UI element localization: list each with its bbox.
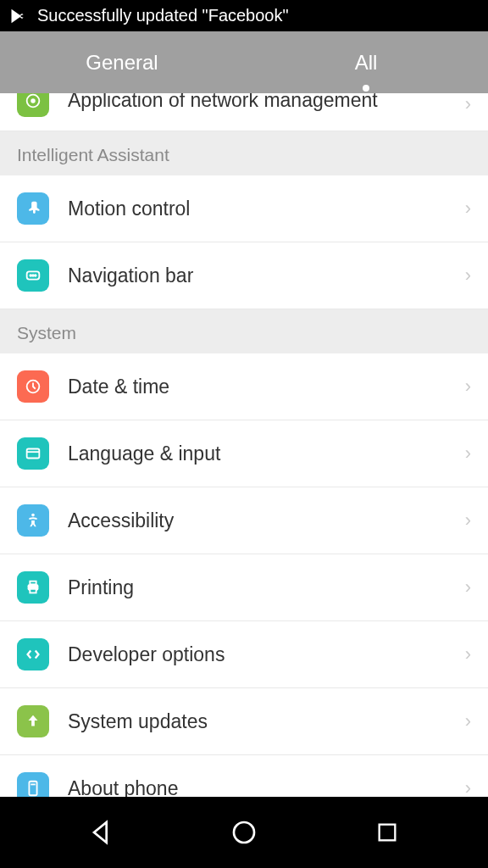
language-icon bbox=[17, 437, 49, 470]
svg-point-3 bbox=[30, 275, 31, 276]
chevron-right-icon: › bbox=[465, 376, 471, 398]
section-intelligent: Intelligent Assistant bbox=[0, 131, 488, 175]
chevron-right-icon: › bbox=[465, 777, 471, 797]
item-label: Navigation bar bbox=[68, 264, 465, 287]
tab-indicator bbox=[363, 85, 369, 92]
item-label: Language & input bbox=[68, 442, 465, 465]
svg-point-4 bbox=[32, 275, 34, 276]
chevron-right-icon: › bbox=[465, 198, 471, 220]
recent-button[interactable] bbox=[371, 816, 403, 849]
svg-rect-13 bbox=[29, 782, 36, 796]
home-button[interactable] bbox=[228, 816, 260, 849]
svg-rect-7 bbox=[27, 449, 40, 459]
tab-all[interactable]: All bbox=[244, 31, 488, 93]
item-label: Accessibility bbox=[68, 509, 465, 532]
item-label: Date & time bbox=[68, 376, 465, 398]
svg-rect-12 bbox=[30, 589, 36, 593]
chevron-right-icon: › bbox=[465, 264, 471, 287]
item-about-phone[interactable]: About phone › bbox=[0, 755, 488, 797]
chevron-right-icon: › bbox=[465, 710, 471, 732]
item-date-time[interactable]: Date & time › bbox=[0, 353, 488, 420]
item-motion-control[interactable]: Motion control › bbox=[0, 175, 488, 242]
svg-rect-11 bbox=[30, 581, 36, 585]
phone-icon bbox=[17, 772, 49, 797]
status-bar: Successfully updated "Facebook" bbox=[0, 0, 488, 31]
item-system-updates[interactable]: System updates › bbox=[0, 688, 488, 755]
item-accessibility[interactable]: Accessibility › bbox=[0, 487, 488, 554]
tabs-container: General All bbox=[0, 31, 488, 93]
clock-icon bbox=[17, 370, 49, 403]
item-app-network[interactable]: Application of network management › bbox=[0, 93, 488, 131]
chevron-right-icon: › bbox=[465, 509, 471, 531]
item-label: About phone bbox=[68, 777, 465, 798]
tab-general-label: General bbox=[86, 51, 158, 75]
printer-icon bbox=[17, 571, 49, 604]
svg-point-9 bbox=[31, 514, 35, 517]
status-message: Successfully updated "Facebook" bbox=[37, 6, 289, 25]
tab-general[interactable]: General bbox=[0, 31, 244, 93]
motion-icon bbox=[17, 192, 49, 225]
chevron-right-icon: › bbox=[465, 93, 471, 115]
item-label: System updates bbox=[68, 710, 465, 733]
svg-point-1 bbox=[30, 98, 36, 103]
item-label: Printing bbox=[68, 576, 465, 599]
network-icon bbox=[17, 93, 49, 117]
item-printing[interactable]: Printing › bbox=[0, 554, 488, 621]
item-language-input[interactable]: Language & input › bbox=[0, 420, 488, 487]
item-label: Developer options bbox=[68, 643, 465, 666]
developer-icon bbox=[17, 638, 49, 670]
tab-all-label: All bbox=[355, 51, 378, 75]
item-developer-options[interactable]: Developer options › bbox=[0, 621, 488, 688]
chevron-right-icon: › bbox=[465, 643, 471, 665]
item-label: Application of network management bbox=[68, 93, 465, 112]
navigation-bar bbox=[0, 797, 488, 868]
section-system: System bbox=[0, 309, 488, 353]
settings-list[interactable]: Application of network management › Inte… bbox=[0, 93, 488, 797]
navbar-icon bbox=[17, 259, 49, 292]
svg-point-5 bbox=[35, 275, 36, 276]
chevron-right-icon: › bbox=[465, 442, 471, 465]
update-icon bbox=[17, 705, 49, 737]
item-label: Motion control bbox=[68, 198, 465, 220]
play-store-icon bbox=[8, 7, 27, 25]
chevron-right-icon: › bbox=[465, 576, 471, 598]
accessibility-icon bbox=[17, 504, 49, 537]
item-navigation-bar[interactable]: Navigation bar › bbox=[0, 242, 488, 309]
svg-point-15 bbox=[234, 822, 254, 843]
svg-rect-16 bbox=[379, 825, 395, 841]
back-button[interactable] bbox=[85, 816, 117, 849]
